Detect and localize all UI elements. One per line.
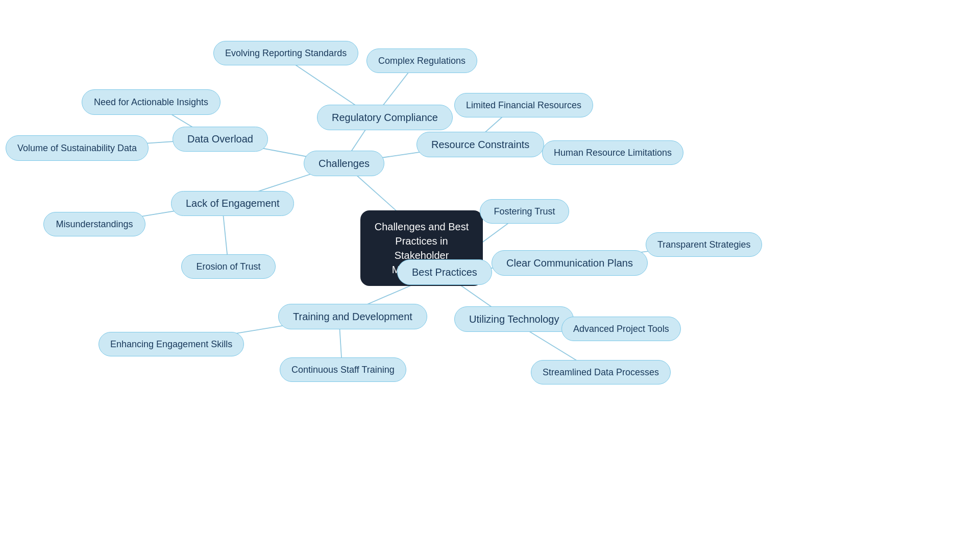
node-streamlined: Streamlined Data Processes xyxy=(531,360,671,384)
node-best-practices: Best Practices xyxy=(397,259,492,285)
node-advanced: Advanced Project Tools xyxy=(561,317,681,341)
node-actionable: Need for Actionable Insights xyxy=(82,89,220,115)
node-misunderstand: Misunderstandings xyxy=(43,212,145,236)
node-challenges: Challenges xyxy=(304,151,384,176)
node-transparent: Transparent Strategies xyxy=(646,232,762,257)
node-continuous: Continuous Staff Training xyxy=(280,357,406,382)
node-data-overload: Data Overload xyxy=(173,127,268,152)
node-financial: Limited Financial Resources xyxy=(454,93,593,117)
node-enhancing: Enhancing Engagement Skills xyxy=(99,332,244,356)
node-complex: Complex Regulations xyxy=(366,49,477,73)
node-lack-engage: Lack of Engagement xyxy=(171,191,294,216)
node-erosion: Erosion of Trust xyxy=(181,254,276,279)
node-volume: Volume of Sustainability Data xyxy=(6,135,149,161)
node-resource: Resource Constraints xyxy=(416,132,544,157)
node-regulatory: Regulatory Compliance xyxy=(317,105,453,130)
node-human: Human Resource Limitations xyxy=(542,140,683,165)
node-evolving: Evolving Reporting Standards xyxy=(213,41,358,65)
node-training: Training and Development xyxy=(278,304,427,329)
node-comm-plans: Clear Communication Plans xyxy=(492,250,648,276)
node-utilizing: Utilizing Technology xyxy=(454,306,574,332)
node-fostering: Fostering Trust xyxy=(480,199,569,224)
